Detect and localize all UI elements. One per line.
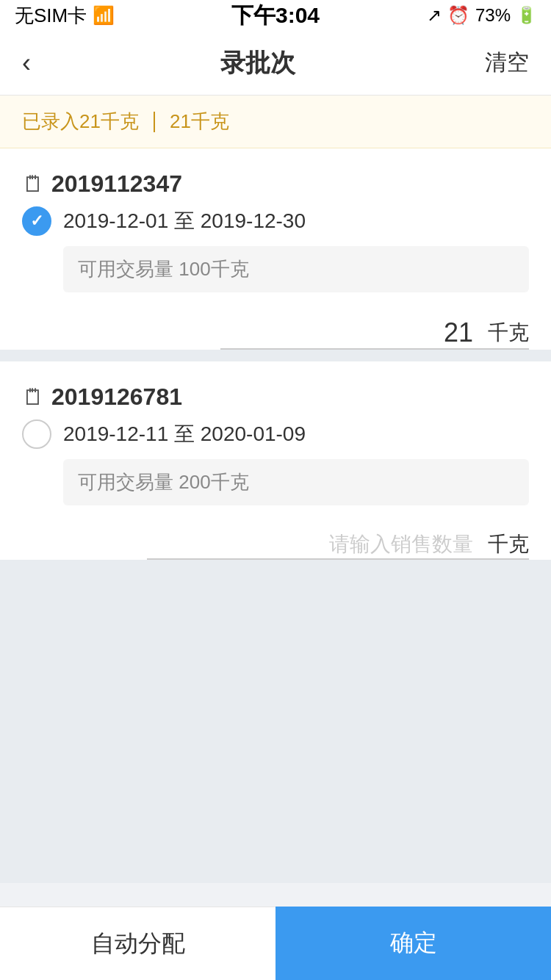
location-icon: ↗ — [427, 5, 442, 26]
batch-2-icon: 🗒 — [22, 385, 44, 410]
batch-1-icon: 🗒 — [22, 172, 44, 197]
status-carrier: 无SIM卡 📶 — [15, 3, 115, 29]
battery-text: 73% — [475, 5, 511, 26]
batch-2-available-qty: 可用交易量 200千克 — [63, 459, 529, 505]
batch-1-checkbox[interactable] — [22, 206, 51, 236]
content-area: 🗒 2019112347 2019-12-01 至 2019-12-30 可用交… — [0, 148, 551, 883]
batch-2-inner: 🗒 2019126781 2019-12-11 至 2020-01-09 可用交… — [0, 361, 551, 505]
section-divider — [0, 350, 551, 361]
batch-1-date: 2019-12-01 至 2019-12-30 — [63, 207, 306, 235]
batch-1-unit: 千克 — [488, 319, 529, 347]
batch-2-unit: 千克 — [488, 530, 529, 558]
banner-divider — [154, 112, 155, 132]
info-banner: 已录入21千克 21千克 — [0, 96, 551, 148]
batch-1-amount-row: 千克 — [0, 307, 551, 348]
total-label: 21千克 — [170, 109, 229, 134]
batch-2-id: 2019126781 — [51, 383, 182, 411]
batch-card-2: 🗒 2019126781 2019-12-11 至 2020-01-09 可用交… — [0, 361, 551, 560]
batch-1-header: 🗒 2019112347 — [22, 170, 529, 198]
clear-button[interactable]: 清空 — [485, 48, 529, 78]
status-time: 下午3:04 — [231, 1, 320, 31]
recorded-label: 已录入21千克 — [22, 109, 139, 134]
empty-area — [0, 560, 551, 883]
batch-2-amount-row: 千克 — [0, 520, 551, 558]
page-title: 录批次 — [220, 46, 295, 80]
batch-1-available-qty: 可用交易量 100千克 — [63, 246, 529, 292]
status-bar: 无SIM卡 📶 下午3:04 ↗ ⏰ 73% 🔋 — [0, 0, 551, 31]
auto-distribute-button[interactable]: 自动分配 — [0, 907, 276, 980]
confirm-button[interactable]: 确定 — [276, 907, 551, 980]
battery-icon: 🔋 — [516, 6, 536, 25]
batch-2-header: 🗒 2019126781 — [22, 383, 529, 411]
carrier-text: 无SIM卡 — [15, 3, 87, 29]
bottom-bar: 自动分配 确定 — [0, 907, 551, 980]
back-button[interactable]: ‹ — [22, 48, 31, 79]
batch-1-date-row: 2019-12-01 至 2019-12-30 — [22, 206, 529, 236]
batch-2-date-row: 2019-12-11 至 2020-01-09 — [22, 419, 529, 449]
batch-2-amount-input[interactable] — [253, 533, 473, 556]
batch-1-amount-input[interactable] — [326, 317, 473, 348]
batch-card-1: 🗒 2019112347 2019-12-01 至 2019-12-30 可用交… — [0, 148, 551, 292]
wifi-icon: 📶 — [93, 5, 115, 26]
alarm-icon: ⏰ — [447, 5, 469, 26]
status-right: ↗ ⏰ 73% 🔋 — [427, 5, 536, 26]
batch-2-checkbox[interactable] — [22, 419, 51, 449]
nav-bar: ‹ 录批次 清空 — [0, 31, 551, 96]
batch-1-id: 2019112347 — [51, 170, 182, 198]
batch-2-date: 2019-12-11 至 2020-01-09 — [63, 420, 306, 448]
